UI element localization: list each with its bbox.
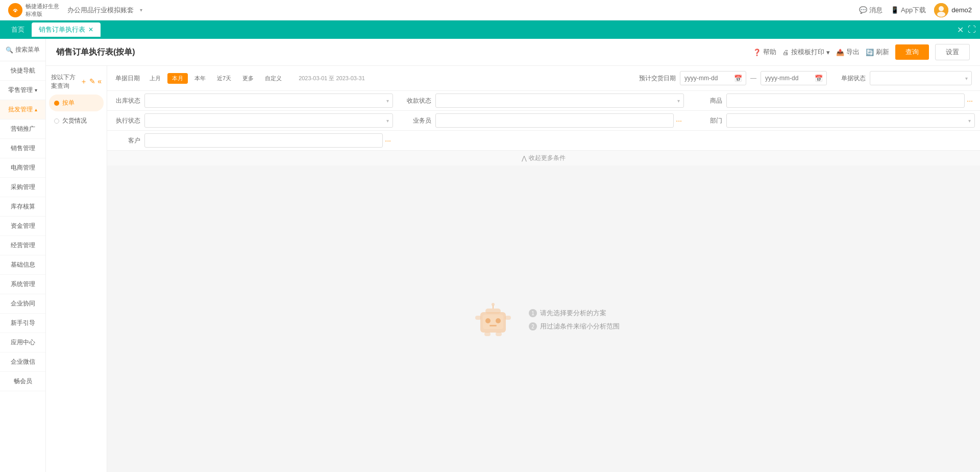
sidebar-item-apps[interactable]: 应用中心 <box>0 333 45 352</box>
sidebar-item-member[interactable]: 畅会员 <box>0 372 45 391</box>
active-dot-icon <box>54 101 59 106</box>
date-start-input[interactable] <box>680 71 746 85</box>
goods-input[interactable] <box>726 93 965 108</box>
date-tab-more[interactable]: 更多 <box>238 73 258 84</box>
print-dropdown-icon: ▾ <box>826 49 830 56</box>
customer-input[interactable] <box>144 133 383 148</box>
sidebar-item-basic-label: 基础信息 <box>11 261 35 269</box>
svg-rect-13 <box>475 316 481 320</box>
sidebar-item-marketing-label: 营销推广 <box>11 125 35 133</box>
date-start-wrapper: 📅 <box>680 71 746 85</box>
execution-status-select[interactable] <box>144 113 393 128</box>
salesperson-control: ··· <box>435 113 684 128</box>
customer-label: 客户 <box>112 136 140 145</box>
sidebar-item-purchase[interactable]: 采购管理 <box>0 178 45 197</box>
collapse-btn[interactable]: ⋀ 收起更多条件 <box>522 154 566 162</box>
query-btn[interactable]: 查询 <box>895 44 929 60</box>
date-tab-last7[interactable]: 近7天 <box>212 73 236 84</box>
sidebar-item-system[interactable]: 系统管理 <box>0 275 45 294</box>
sidebar-item-inventory[interactable]: 库存核算 <box>0 197 45 217</box>
user-area[interactable]: demo2 <box>934 3 972 17</box>
sub-sidebar: 按以下方案查询 ＋ ✎ « 按单 欠货情况 <box>46 66 107 472</box>
svg-rect-14 <box>505 316 511 320</box>
tab-close-icon[interactable]: ✕ <box>88 27 93 33</box>
top-bar-right: 💬 消息 📱 App下载 demo2 <box>859 3 972 17</box>
sidebar-item-operations[interactable]: 经营管理 <box>0 236 45 255</box>
customer-more-icon[interactable]: ··· <box>383 136 393 145</box>
status-select[interactable] <box>870 71 972 85</box>
app-download-icon: 📱 <box>891 6 899 14</box>
sidebar-item-shortcut[interactable]: 快捷导航 <box>0 61 45 81</box>
app-download-btn[interactable]: 📱 App下载 <box>891 6 926 15</box>
status-label: 单据状态 <box>841 74 866 83</box>
date-tab-last-month[interactable]: 上月 <box>145 73 165 84</box>
collapse-row: ⋀ 收起更多条件 <box>107 150 980 166</box>
tab-home[interactable]: 首页 <box>4 22 32 37</box>
delivery-status-select[interactable] <box>144 93 393 108</box>
sidebar-item-finance-label: 资金管理 <box>11 222 35 230</box>
svg-rect-10 <box>485 309 501 314</box>
collapse-subsidebar-btn[interactable]: « <box>97 77 102 86</box>
salesperson-input[interactable] <box>435 113 674 128</box>
customer-control: ··· <box>144 133 393 148</box>
svg-rect-15 <box>484 332 491 336</box>
sub-menu-item-debt[interactable]: 欠货情况 <box>49 112 104 129</box>
sub-menu-item-order[interactable]: 按单 <box>49 95 104 111</box>
message-icon: 💬 <box>859 6 867 14</box>
sidebar-item-sales[interactable]: 销售管理 <box>0 139 45 158</box>
department-select[interactable] <box>726 113 975 128</box>
logo-area: 畅捷通好生意 标准版 <box>8 3 59 17</box>
maximize-window-btn[interactable]: ⛶ <box>968 25 976 34</box>
collection-status-select[interactable] <box>435 93 684 108</box>
help-icon: ❓ <box>753 49 761 56</box>
svg-point-7 <box>485 318 491 323</box>
sidebar-item-finance[interactable]: 资金管理 <box>0 217 45 236</box>
refresh-btn[interactable]: 🔄 刷新 <box>866 48 889 57</box>
sidebar-item-purchase-label: 采购管理 <box>11 183 35 192</box>
sidebar-item-basic[interactable]: 基础信息 <box>0 255 45 275</box>
date-tab-this-month[interactable]: 本月 <box>167 73 188 84</box>
sidebar-item-ecommerce[interactable]: 电商管理 <box>0 158 45 178</box>
page-header: 销售订单执行表(按单) ❓ 帮助 🖨 按模板打印 ▾ 📤 导出 🔄 刷新 <box>46 39 980 66</box>
search-icon: 🔍 <box>6 46 13 54</box>
template-print-btn[interactable]: 🖨 按模板打印 ▾ <box>782 48 830 57</box>
department-control: ▾ <box>726 113 975 128</box>
date-end-input[interactable] <box>761 71 827 85</box>
right-content: 单据日期 上月 本月 本年 近7天 更多 自定义 2023-03-01 至 20… <box>107 66 980 472</box>
sub-menu-item-order-label: 按单 <box>62 99 75 107</box>
sidebar-item-marketing[interactable]: 营销推广 <box>0 120 45 139</box>
date-tab-this-year[interactable]: 本年 <box>190 73 210 84</box>
sidebar-item-retail[interactable]: 零售管理 ▾ <box>0 81 45 100</box>
sub-sidebar-title: 按以下方案查询 <box>51 73 80 90</box>
collapse-icon: ⋀ <box>522 155 527 162</box>
department-label: 部门 <box>694 116 722 125</box>
empty-illustration <box>468 294 519 345</box>
chevron-down-icon: ▾ <box>35 87 37 93</box>
system-dropdown-icon[interactable]: ▾ <box>140 7 142 13</box>
sidebar-search-area: 🔍 搜索菜单 <box>0 39 45 61</box>
sidebar-item-newbie[interactable]: 新手引导 <box>0 314 45 333</box>
message-btn[interactable]: 💬 消息 <box>859 6 883 15</box>
tab-sales-order-label: 销售订单执行表 <box>39 25 85 34</box>
export-btn[interactable]: 📤 导出 <box>836 48 860 57</box>
close-window-btn[interactable]: ✕ <box>957 25 964 35</box>
system-name: 办公用品行业模拟账套 <box>67 6 134 15</box>
tab-sales-order[interactable]: 销售订单执行表 ✕ <box>32 22 101 37</box>
sidebar-item-enterprise[interactable]: 企业协同 <box>0 294 45 314</box>
add-scheme-btn[interactable]: ＋ <box>80 77 87 86</box>
edit-scheme-btn[interactable]: ✎ <box>89 77 95 86</box>
page-title: 销售订单执行表(按单) <box>56 47 135 58</box>
settings-btn[interactable]: 设置 <box>935 44 970 60</box>
hint-number-2: 2 <box>529 322 537 331</box>
salesperson-more-icon[interactable]: ··· <box>674 116 684 125</box>
help-btn[interactable]: ❓ 帮助 <box>753 48 776 57</box>
svg-point-3 <box>939 6 944 11</box>
salesperson-cell: 业务员 ··· <box>398 111 689 130</box>
date-tab-custom[interactable]: 自定义 <box>260 73 286 84</box>
goods-more-icon[interactable]: ··· <box>965 97 975 105</box>
search-menu-btn[interactable]: 🔍 搜索菜单 <box>3 43 42 57</box>
goods-cell: 商品 ··· <box>689 91 980 110</box>
sidebar-item-wechat[interactable]: 企业微信 <box>0 352 45 372</box>
sidebar-item-wholesale[interactable]: 批发管理 ▴ <box>0 100 45 120</box>
sidebar-item-wechat-label: 企业微信 <box>11 358 35 366</box>
